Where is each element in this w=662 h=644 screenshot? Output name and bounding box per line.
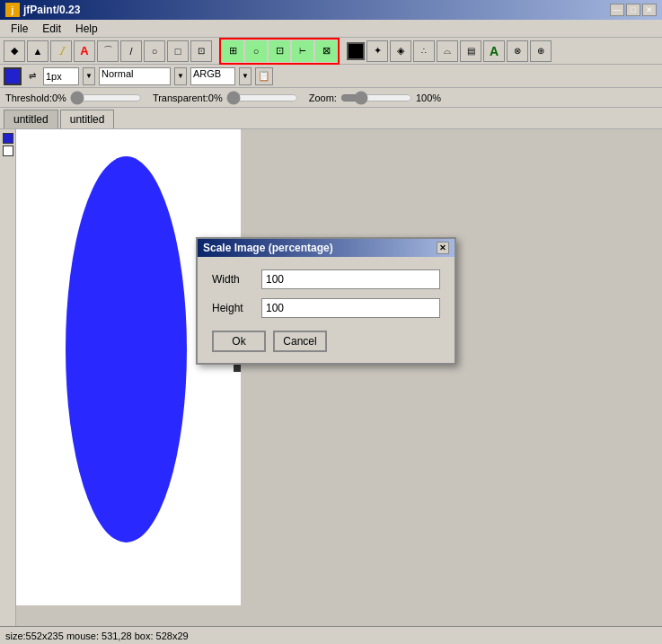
- text2-btn[interactable]: A: [483, 40, 505, 62]
- zoom-slider[interactable]: [340, 92, 412, 104]
- dialog-title-text: Scale Image (percentage): [203, 242, 333, 254]
- minimize-button[interactable]: —: [610, 4, 624, 16]
- blend-mode-select[interactable]: Normal: [99, 67, 171, 85]
- left-sidebar: [0, 129, 16, 626]
- color-picker-btn[interactable]: ✦: [366, 40, 388, 62]
- polygon-tool-btn[interactable]: ⊡: [190, 40, 212, 62]
- select-rect-btn[interactable]: ⊞: [222, 40, 243, 62]
- width-row: Width: [212, 269, 440, 289]
- tab-untitled-2[interactable]: untitled: [60, 110, 115, 128]
- sidebar-fg-color: [3, 133, 13, 144]
- canvas-right-area: [241, 129, 662, 626]
- sliders-bar: Threshold:0% Transparent:0% Zoom: 100%: [0, 88, 662, 108]
- menu-edit[interactable]: Edit: [35, 21, 68, 37]
- curve-tool-btn[interactable]: ⌒: [97, 40, 119, 62]
- cancel-button[interactable]: Cancel: [273, 331, 327, 352]
- zoom-value: 100%: [416, 93, 441, 103]
- title-bar-left: j jfPaint/0.23: [5, 3, 80, 17]
- canvas-resize-handle[interactable]: [234, 365, 241, 372]
- color-swatch-black[interactable]: [347, 42, 365, 60]
- threshold-label: Threshold:0%: [5, 93, 66, 103]
- select-crop-btn[interactable]: ⊠: [315, 40, 337, 62]
- status-text: size:552x235 mouse: 531,28 box: 528x29: [5, 631, 189, 641]
- zoom-in-btn[interactable]: ⊕: [530, 40, 552, 62]
- dialog-buttons: Ok Cancel: [212, 327, 440, 352]
- sidebar-bg-color: [3, 146, 13, 156]
- dialog-close-button[interactable]: ✕: [437, 242, 449, 254]
- smudge-btn[interactable]: ⌓: [437, 40, 458, 62]
- brush-size-input[interactable]: 1px: [43, 67, 79, 85]
- dialog-title-bar: Scale Image (percentage) ✕: [198, 239, 455, 257]
- menu-file[interactable]: File: [4, 21, 35, 37]
- transparent-slider[interactable]: [226, 92, 298, 104]
- clipboard-btn[interactable]: 📋: [255, 67, 273, 85]
- height-label: Height: [212, 302, 261, 314]
- spray-btn[interactable]: ∴: [413, 40, 435, 62]
- height-input[interactable]: [261, 298, 440, 318]
- title-text: jfPaint/0.23: [23, 4, 80, 16]
- selection-tools-group: ⊞ ○ ⊡ ⊢ ⊠: [219, 38, 340, 65]
- maximize-button[interactable]: □: [626, 4, 640, 16]
- circle-tool-btn[interactable]: ○: [144, 40, 165, 62]
- fill-tool-btn[interactable]: ◆: [4, 40, 25, 62]
- status-bar: size:552x235 mouse: 531,28 box: 528x29: [0, 626, 662, 644]
- options-bar: ⇌ 1px ▼ Normal ▼ ARGB ▼ 📋: [0, 65, 662, 88]
- gradient-tool-btn[interactable]: ▲: [27, 40, 49, 62]
- close-button[interactable]: ✕: [642, 4, 657, 16]
- title-controls: — □ ✕: [610, 4, 657, 16]
- blue-oval-shape: [66, 156, 187, 543]
- title-bar: j jfPaint/0.23 — □ ✕: [0, 0, 662, 20]
- zoom-label: Zoom:: [309, 93, 337, 103]
- select-resize-btn[interactable]: ⊡: [269, 40, 290, 62]
- width-label: Width: [212, 273, 261, 286]
- tabs-bar: untitled untitled: [0, 108, 662, 129]
- brush-size-dropdown[interactable]: ▼: [83, 67, 95, 85]
- zoom-out-btn[interactable]: ⊗: [507, 40, 528, 62]
- text-tool-btn[interactable]: A: [74, 40, 95, 62]
- canvas-area: Scale Image (percentage) ✕ Width Height …: [16, 129, 662, 626]
- width-input[interactable]: [261, 269, 440, 289]
- threshold-group: Threshold:0%: [5, 92, 142, 104]
- select-oval-btn[interactable]: ○: [245, 40, 267, 62]
- threshold-slider[interactable]: [70, 92, 142, 104]
- menu-bar: File Edit Help: [0, 20, 662, 38]
- main-area: Scale Image (percentage) ✕ Width Height …: [0, 129, 662, 626]
- height-row: Height: [212, 298, 440, 318]
- transparent-group: Transparent:0%: [153, 92, 298, 104]
- toolbar: ◆ ▲ 𝘐 A ⌒ / ○ □ ⊡ ⊞ ○ ⊡ ⊢ ⊠ ✦ ◈ ∴ ⌓ ▤ A …: [0, 38, 662, 65]
- fill-region-btn[interactable]: ▤: [460, 40, 481, 62]
- select-move-btn[interactable]: ⊢: [292, 40, 313, 62]
- foreground-color-swatch[interactable]: [4, 67, 22, 85]
- pencil-tool-btn[interactable]: 𝘐: [50, 40, 72, 62]
- blend-mode-dropdown[interactable]: ▼: [174, 67, 187, 85]
- tab-untitled-1[interactable]: untitled: [4, 110, 58, 128]
- zoom-group: Zoom: 100%: [309, 92, 441, 104]
- paint-canvas-bg[interactable]: [16, 129, 241, 605]
- menu-help[interactable]: Help: [68, 21, 105, 37]
- swap-colors-btn[interactable]: ⇌: [25, 69, 40, 84]
- ok-button[interactable]: Ok: [212, 331, 266, 352]
- scale-image-dialog: Scale Image (percentage) ✕ Width Height …: [196, 237, 456, 365]
- app-icon: j: [5, 3, 20, 17]
- rect-tool-btn[interactable]: □: [167, 40, 189, 62]
- color-mode-dropdown[interactable]: ▼: [239, 67, 252, 85]
- transparent-label: Transparent:0%: [153, 93, 223, 103]
- dialog-content: Width Height Ok Cancel: [198, 257, 455, 363]
- color-mode-select[interactable]: ARGB: [190, 67, 235, 85]
- eraser-btn[interactable]: ◈: [390, 40, 411, 62]
- line-tool-btn[interactable]: /: [120, 40, 142, 62]
